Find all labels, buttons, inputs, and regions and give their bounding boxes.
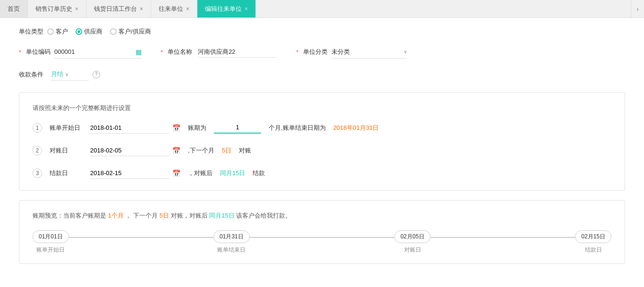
tab-edit-close[interactable]: ×: [245, 6, 248, 12]
unit-name-item: * 单位名称: [161, 46, 277, 58]
section-title: 请按照未来的一个完整帐期进行设置: [33, 104, 611, 112]
tab-partner-close[interactable]: ×: [186, 6, 189, 12]
unit-name-star: *: [161, 49, 163, 56]
unit-code-input[interactable]: [54, 46, 134, 57]
setting-row-2: 2 对账日 📅 ,下一个月 5日 对账: [33, 145, 611, 156]
tab-sales-order[interactable]: 销售订单历史 ×: [28, 0, 86, 17]
timeline-pill-1: 01月01日: [33, 230, 69, 243]
tab-edit-partner[interactable]: 编辑往来单位 ×: [197, 0, 256, 17]
tab-sales-order-close[interactable]: ×: [75, 6, 78, 12]
date-input-1[interactable]: [90, 122, 169, 134]
period-value-input[interactable]: [214, 122, 261, 134]
radio-supplier-label: 供应商: [84, 27, 102, 36]
tab-sales-order-label: 销售订单历史: [35, 5, 72, 13]
unit-category-value: 未分类: [331, 48, 350, 56]
row2-suffix-highlight: 5日: [222, 146, 231, 155]
radio-supplier[interactable]: 供应商: [76, 27, 102, 36]
date-icon-2[interactable]: 📅: [172, 147, 180, 154]
preview-section: 账期预览：当前客户账期是 1个月 ， 下一个月 5日 对账，对账后 同月15日 …: [19, 200, 625, 264]
unit-code-item: * 单位编码 ▦: [19, 45, 142, 59]
row-label-3: 结款日: [50, 169, 83, 177]
row2-suffix-before: ,下一个月: [188, 146, 214, 155]
row-num-2: 2: [33, 146, 42, 155]
unit-code-label: 单位编码: [26, 48, 51, 56]
tab-cash-label: 钱货日清工作台: [94, 5, 137, 13]
preview-same-15: 同月15日: [209, 212, 234, 219]
timeline-container: 01月01日 账单开始日 01月31日 账单结束日 02月05日 对账日 02月…: [33, 230, 611, 254]
tab-home-label: 首页: [8, 5, 20, 13]
tab-edit-label: 编辑往来单位: [205, 5, 242, 13]
unit-name-label: 单位名称: [168, 48, 192, 56]
setting-row-1: 1 账单开始日 📅 账期为 个月,账单结束日期为 2018年01月31日: [33, 122, 611, 134]
unit-type-radio-group: 客户 供应商 客户/供应商: [47, 27, 151, 36]
tab-partner-units[interactable]: 往来单位 ×: [151, 0, 197, 17]
date-icon-1[interactable]: 📅: [172, 124, 180, 132]
tab-cash-close[interactable]: ×: [140, 6, 143, 12]
unit-category-item: * 单位分类 未分类 ∨: [296, 46, 407, 59]
unit-name-input[interactable]: [198, 46, 277, 58]
payment-terms-select[interactable]: 月结 ∨: [51, 68, 89, 81]
timeline-point-1: 01月01日 账单开始日: [33, 230, 69, 254]
row3-suffix-highlight: 同月15日: [220, 169, 245, 177]
preview-duizhang: 对账，对账后: [171, 212, 208, 219]
radio-customer-circle: [47, 28, 54, 35]
unit-category-chevron: ∨: [404, 49, 407, 54]
timeline-pill-2: 01月31日: [213, 230, 250, 243]
timeline-point-4: 02月15日 结款日: [575, 230, 611, 254]
radio-customer-supplier[interactable]: 客户/供应商: [110, 27, 151, 36]
period-end-1: 2018年01月31日: [333, 124, 379, 132]
date-input-2[interactable]: [90, 145, 169, 156]
unit-code-star: *: [19, 49, 21, 56]
payment-terms-chevron: ∨: [65, 72, 68, 77]
timeline-label-2: 账单结束日: [217, 246, 246, 254]
date-input-wrap-2: 📅: [90, 145, 180, 156]
unit-category-star: *: [296, 49, 298, 56]
preview-comma: ，: [125, 212, 131, 219]
payment-terms-label: 收款条件: [19, 70, 43, 79]
unit-type-label: 单位类型: [19, 27, 43, 36]
row3-suffix-before: ，对账后: [188, 169, 212, 177]
timeline-pill-3: 02月05日: [394, 230, 431, 243]
help-icon[interactable]: ?: [93, 71, 100, 78]
unit-category-label: 单位分类: [303, 48, 328, 56]
radio-customer-supplier-label: 客户/供应商: [119, 27, 151, 36]
unit-info-row: * 单位编码 ▦ * 单位名称 * 单位分类 未分类 ∨: [19, 45, 625, 59]
payment-terms-value: 月结: [51, 70, 63, 78]
preview-1month: 1个月: [108, 212, 124, 219]
settings-section: 请按照未来的一个完整帐期进行设置 1 账单开始日 📅 账期为 个月,账单结束日期…: [19, 92, 625, 191]
unit-type-item: 单位类型 客户 供应商 客户/供应商: [19, 27, 151, 36]
period-prefix-1: 账期为: [188, 124, 206, 132]
date-input-3[interactable]: [90, 168, 169, 179]
timeline-pill-4: 02月15日: [575, 230, 611, 243]
unit-code-input-wrap: ▦: [54, 45, 142, 59]
radio-customer-supplier-circle: [110, 28, 117, 35]
main-content: 单位类型 客户 供应商 客户/供应商 * 单位编码: [0, 18, 644, 287]
row-label-1: 账单开始日: [50, 124, 83, 132]
preview-prefix: 账期预览：当前客户账期是: [33, 212, 106, 219]
date-input-wrap-3: 📅: [90, 168, 180, 179]
tab-home[interactable]: 首页: [0, 0, 28, 17]
timeline-label-3: 对账日: [404, 246, 421, 254]
tab-more-button[interactable]: ›: [631, 0, 644, 17]
row3-suffix-after: 结款: [253, 169, 265, 177]
period-suffix-1: 个月,账单结束日期为: [269, 124, 326, 132]
payment-terms-row: 收款条件 月结 ∨ ?: [19, 68, 625, 81]
radio-customer[interactable]: 客户: [47, 27, 68, 36]
tab-partner-label: 往来单位: [159, 5, 183, 13]
unit-type-row: 单位类型 客户 供应商 客户/供应商: [19, 27, 625, 36]
timeline-point-3: 02月05日 对账日: [394, 230, 431, 254]
unit-code-icon[interactable]: ▦: [136, 48, 142, 56]
date-icon-3[interactable]: 📅: [172, 169, 180, 177]
radio-supplier-circle: [76, 28, 82, 35]
preview-text: 账期预览：当前客户账期是 1个月 ， 下一个月 5日 对账，对账后 同月15日 …: [33, 210, 611, 221]
row-num-3: 3: [33, 169, 42, 178]
unit-category-select[interactable]: 未分类 ∨: [331, 46, 407, 59]
preview-next-month: 下一个月: [133, 212, 158, 219]
timeline-label-1: 账单开始日: [36, 246, 65, 254]
tab-cash-reconciliation[interactable]: 钱货日清工作台 ×: [86, 0, 151, 17]
setting-row-3: 3 结款日 📅 ，对账后 同月15日 结款: [33, 168, 611, 179]
timeline-point-2: 01月31日 账单结束日: [213, 230, 250, 254]
date-input-wrap-1: 📅: [90, 122, 180, 134]
preview-ending: 该客户会给我打款。: [236, 212, 291, 219]
radio-customer-label: 客户: [56, 27, 68, 36]
